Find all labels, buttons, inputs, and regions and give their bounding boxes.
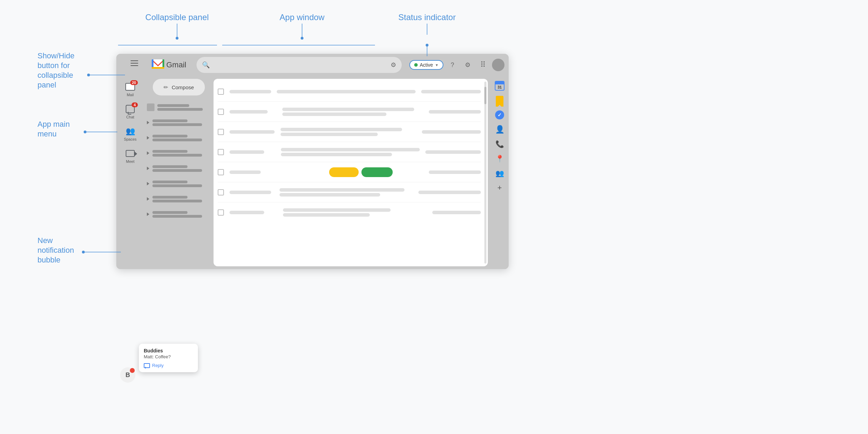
row-line [152,119,187,122]
compose-button[interactable]: ✏ Compose [153,79,205,95]
content-row-2[interactable] [218,102,481,122]
row-line [152,123,202,126]
svg-text:App window: App window [279,12,325,22]
reply-icon [144,363,150,368]
row-lines [152,181,211,187]
email-row-5[interactable] [144,161,214,176]
nav-item-chat[interactable]: 4 Chat [118,101,142,122]
content-line [282,112,386,116]
app-main-menu: 20 Mail 4 Chat 👥 Spaces [116,76,144,269]
email-row-4[interactable] [144,145,214,161]
sidebar-people-plus-button[interactable]: 👥 [493,167,506,180]
checkbox[interactable] [218,169,224,175]
checkbox[interactable] [218,209,224,216]
sidebar-add-button[interactable]: + [493,182,506,194]
reply-button[interactable]: Reply [144,363,193,368]
content-row-7[interactable] [218,202,481,223]
content-row-3[interactable] [218,122,481,142]
sidebar-calendar-button[interactable]: 31 [493,80,506,92]
chat-badge: 4 [132,102,138,107]
checkbox[interactable] [218,89,224,95]
sidebar-maps-button[interactable]: 📍 [493,152,506,165]
search-bar[interactable]: 🔍 ⚙ [197,57,402,73]
svg-rect-3 [152,67,164,69]
content-line [229,90,271,93]
svg-text:App main: App main [37,120,70,128]
email-row-7[interactable] [144,191,214,207]
svg-point-7 [176,37,178,40]
nav-item-spaces[interactable]: 👥 Spaces [118,123,142,144]
content-line [422,130,481,134]
gmail-logo: Gmail [152,59,186,71]
compose-pencil-icon: ✏ [164,84,168,91]
right-sidebar: 31 ✓ [491,76,509,269]
apps-button[interactable]: ⠿ [477,59,489,71]
status-button[interactable]: Active ▼ [409,60,443,70]
meet-label: Meet [126,159,134,164]
email-list [144,98,214,269]
content-lines [283,208,427,217]
notification-title: Buddies [144,348,193,353]
checkbox[interactable] [218,189,224,195]
content-row-1[interactable] [218,82,481,102]
email-row-2[interactable] [144,115,214,130]
notification-popup: Buddies Matt: Coffee? Reply [139,344,198,372]
email-row-8[interactable] [144,207,214,222]
content-row-4[interactable] [218,142,481,162]
notification-bubble[interactable]: B [120,367,135,383]
checkbox[interactable] [218,129,224,135]
content-lines [229,90,271,93]
help-button[interactable]: ? [446,59,459,71]
add-icon: + [498,183,502,192]
sidebar-keep-button[interactable] [493,94,506,107]
content-row-6[interactable] [218,182,481,202]
content-line [429,170,481,174]
email-row-1[interactable] [144,100,214,115]
scrollbar-track[interactable] [484,82,486,264]
content-lines [229,150,275,154]
row-line [152,196,187,199]
row-lines [152,196,211,202]
hamburger-button[interactable] [127,56,141,70]
content-line [281,128,402,131]
notification-red-dot [130,368,135,373]
chat-label: Chat [126,115,134,119]
row-line [152,139,202,141]
checkbox[interactable] [218,149,224,155]
bubble-letter: B [126,372,130,379]
content-lines [229,170,324,174]
email-row-6[interactable] [144,176,214,191]
content-lines [281,148,420,156]
sidebar-tasks-button[interactable]: ✓ [493,109,506,121]
scrollbar-thumb[interactable] [484,87,486,104]
content-line [429,110,481,114]
checkbox[interactable] [218,109,224,115]
email-content-list [214,79,488,225]
row-chevron-icon [147,197,150,201]
search-filter-icon[interactable]: ⚙ [391,61,396,69]
content-line [229,211,264,214]
content-lines [229,211,277,214]
status-chevron: ▼ [435,63,439,67]
content-line [229,130,275,134]
email-row-3[interactable] [144,130,214,145]
maps-icon: 📍 [495,155,504,163]
mail-badge: 20 [130,80,138,85]
status-label: Active [420,62,433,68]
people-plus-icon: 👥 [495,169,504,177]
settings-button[interactable]: ⚙ [461,59,474,71]
nav-item-mail[interactable]: 20 Mail [118,79,142,100]
svg-text:notification: notification [37,246,74,254]
sidebar-contacts-button[interactable]: 👤 [493,123,506,136]
row-line [152,154,202,157]
sidebar-meet-button[interactable]: 📞 [493,138,506,150]
svg-text:bubble: bubble [37,256,60,264]
svg-text:button for: button for [37,61,70,70]
nav-item-meet[interactable]: Meet [118,145,142,166]
avatar[interactable] [492,59,504,71]
content-lines [279,188,413,197]
search-input[interactable] [212,57,388,73]
content-row-5-with-tags[interactable] [218,162,481,182]
compose-label: Compose [172,84,194,90]
row-lines [152,165,211,172]
